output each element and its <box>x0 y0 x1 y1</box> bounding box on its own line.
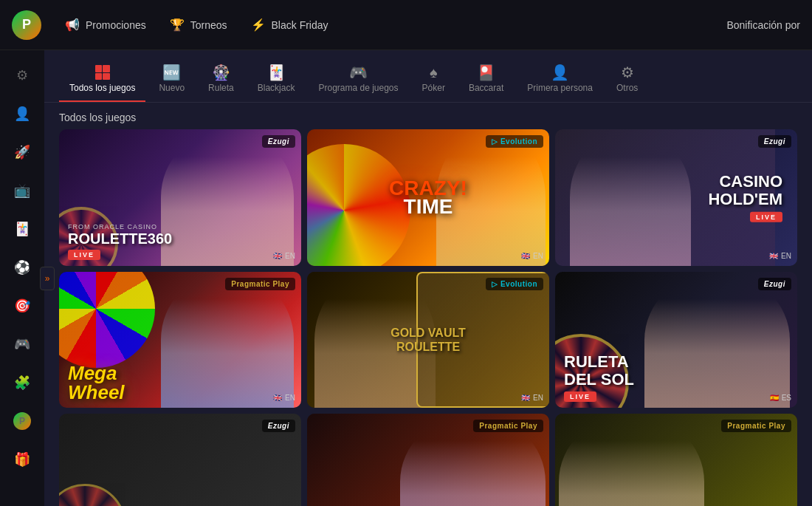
primera-icon: 👤 <box>551 65 569 80</box>
game-small-text: FROM ORACLE CASINO <box>68 223 292 230</box>
new-icon: 🆕 <box>162 65 181 80</box>
gift-icon: 🎁 <box>14 451 30 468</box>
megaphone-icon: 📢 <box>65 18 80 32</box>
game-title-ruletasol: RULETA DEL SOL LIVE <box>564 353 634 408</box>
tab-blackjack[interactable]: 🃏 Blackjack <box>247 59 306 102</box>
sidebar-expand-button[interactable]: » <box>40 267 55 290</box>
tv-icon: 📺 <box>14 182 30 199</box>
sidebar-item-gamepad[interactable]: 🎮 <box>6 328 38 360</box>
tab-otros[interactable]: ⚙ Otros <box>606 59 648 102</box>
provider-badge-pragmatic: Pragmatic Play <box>225 278 295 290</box>
otros-icon: ⚙ <box>621 65 634 80</box>
sidebar-item-promo[interactable]: P <box>6 405 38 437</box>
content-area: Todos los juegos 🆕 Nuevo 🎡 Ruleta 🃏 Blac… <box>44 50 812 506</box>
flag-icon: 🇬🇧 <box>521 394 530 402</box>
tab-primera-persona[interactable]: 👤 Primera persona <box>517 59 603 102</box>
roulette-icon: 🎡 <box>212 65 230 80</box>
flag-icon: 🇬🇧 <box>769 252 778 260</box>
sidebar-item-football[interactable]: ⚽ <box>6 251 38 284</box>
fire-icon: ⚡ <box>251 18 266 32</box>
flag-icon: 🇬🇧 <box>273 394 282 402</box>
cards-icon: 🃏 <box>14 221 30 237</box>
live-badge: LIVE <box>750 211 782 222</box>
programa-icon: 🎮 <box>349 65 368 80</box>
sidebar-item-target[interactable]: 🎯 <box>6 290 38 322</box>
puzzle-icon: 🧩 <box>14 375 30 391</box>
game-title-megawheel: MegaWheel <box>59 358 301 408</box>
game-title-goldvault: GOLD VAULT ROULETTE <box>390 326 466 354</box>
section-title: Todos los juegos <box>44 103 812 129</box>
game-card-pragmatic-bottom1[interactable]: Pragmatic Play <box>307 414 549 506</box>
provider-badge-evolution: ▷ Evolution <box>486 135 543 148</box>
game-language: 🇬🇧 EN <box>273 394 295 402</box>
tab-todos-los-juegos[interactable]: Todos los juegos <box>59 59 145 102</box>
game-language: 🇬🇧 EN <box>769 252 791 260</box>
provider-badge-pragmatic-b1: Pragmatic Play <box>473 420 543 432</box>
flag-icon: 🇪🇸 <box>770 394 779 402</box>
main-layout: ⚙ 👤 🚀 📺 🃏 ⚽ 🎯 🎮 🧩 P 🎁 <box>0 50 812 506</box>
football-icon: ⚽ <box>14 259 30 276</box>
game-card-casinohold[interactable]: Ezugi CASINO HOLD'EM LIVE 🇬🇧 EN <box>555 129 797 266</box>
game-card-goldvault[interactable]: ▷ Evolution GOLD VAULT ROULETTE 🇬🇧 EN <box>307 272 549 408</box>
provider-badge-ezugi3: Ezugi <box>758 278 791 290</box>
sidebar-item-user[interactable]: 👤 <box>6 98 38 130</box>
poker-icon: ♠ <box>430 65 438 80</box>
left-sidebar: ⚙ 👤 🚀 📺 🃏 ⚽ 🎯 🎮 🧩 P 🎁 <box>0 50 44 506</box>
logo[interactable]: P <box>12 10 41 40</box>
settings-icon: ⚙ <box>16 67 28 83</box>
game-title-crazytime: CRAZY! TIME <box>389 179 467 216</box>
sidebar-item-tv[interactable]: 📺 <box>6 174 38 207</box>
sidebar-item-cards[interactable]: 🃏 <box>6 213 38 245</box>
sidebar-item-rocket[interactable]: 🚀 <box>6 136 38 168</box>
category-tabs: Todos los juegos 🆕 Nuevo 🎡 Ruleta 🃏 Blac… <box>44 50 812 103</box>
blackjack-icon: 🃏 <box>267 65 286 80</box>
gamepad-icon: 🎮 <box>14 336 30 352</box>
game-title-roulette360: FROM ORACLE CASINO ROULETTE360 LIVE <box>59 217 301 266</box>
game-card-roulette360[interactable]: Ezugi FROM ORACLE CASINO ROULETTE360 LIV… <box>59 129 301 266</box>
game-language: 🇬🇧 EN <box>273 252 295 260</box>
chevron-right-icon: » <box>45 273 50 284</box>
game-card-megawheel[interactable]: Pragmatic Play MegaWheel 🇬🇧 EN <box>59 272 301 408</box>
user-icon: 👤 <box>14 106 30 122</box>
tab-ruleta[interactable]: 🎡 Ruleta <box>198 59 244 102</box>
flag-icon: 🇬🇧 <box>273 252 282 260</box>
rocket-icon: 🚀 <box>14 144 30 160</box>
promo-icon: P <box>13 412 31 430</box>
tab-poker[interactable]: ♠ Póker <box>412 59 455 102</box>
tab-nuevo[interactable]: 🆕 Nuevo <box>148 59 195 102</box>
nav-item-torneos[interactable]: 🏆 Torneos <box>170 18 227 32</box>
provider-badge-evolution2: ▷ Evolution <box>486 278 543 290</box>
bonus-text: Bonificación por <box>726 19 800 31</box>
baccarat-icon: 🎴 <box>477 65 495 80</box>
games-grid: Ezugi FROM ORACLE CASINO ROULETTE360 LIV… <box>44 129 812 506</box>
game-card-ruletasol[interactable]: Ezugi RULETA DEL SOL LIVE 🇪🇸 ES <box>555 272 797 408</box>
tab-programa[interactable]: 🎮 Programa de juegos <box>308 59 408 102</box>
game-language: 🇬🇧 EN <box>521 252 543 260</box>
sidebar-item-puzzle[interactable]: 🧩 <box>6 366 38 399</box>
flag-icon: 🇬🇧 <box>521 252 530 260</box>
sidebar-item-settings[interactable]: ⚙ <box>6 59 38 92</box>
tab-baccarat[interactable]: 🎴 Baccarat <box>458 59 514 102</box>
provider-badge-ezugi: Ezugi <box>262 135 295 148</box>
provider-badge-ezugi-b1: Ezugi <box>262 420 295 432</box>
grid-icon <box>95 65 110 80</box>
target-icon: 🎯 <box>14 298 30 314</box>
live-badge: LIVE <box>564 392 596 402</box>
game-title-casinohold: CASINO HOLD'EM LIVE <box>708 173 782 222</box>
sidebar-item-gift[interactable]: 🎁 <box>6 443 38 476</box>
top-navigation: P 📢 Promociones 🏆 Torneos ⚡ Black Friday… <box>0 0 812 50</box>
trophy-icon: 🏆 <box>170 18 185 32</box>
live-badge: LIVE <box>68 250 100 260</box>
game-card-ezugi-bottom1[interactable]: Ezugi <box>59 414 301 506</box>
provider-badge-ezugi2: Ezugi <box>758 135 791 148</box>
game-card-pragmatic-bottom2[interactable]: Pragmatic Play <box>555 414 797 506</box>
nav-item-black-friday[interactable]: ⚡ Black Friday <box>251 18 328 32</box>
game-main-title: ROULETTE360 <box>68 230 292 247</box>
provider-badge-pragmatic-b2: Pragmatic Play <box>721 420 791 432</box>
nav-item-promociones[interactable]: 📢 Promociones <box>65 18 146 32</box>
game-language: 🇬🇧 EN <box>521 394 543 402</box>
game-card-crazytime[interactable]: ▷ Evolution CRAZY! TIME 🇬🇧 EN <box>307 129 549 266</box>
game-language: 🇪🇸 ES <box>770 394 791 402</box>
